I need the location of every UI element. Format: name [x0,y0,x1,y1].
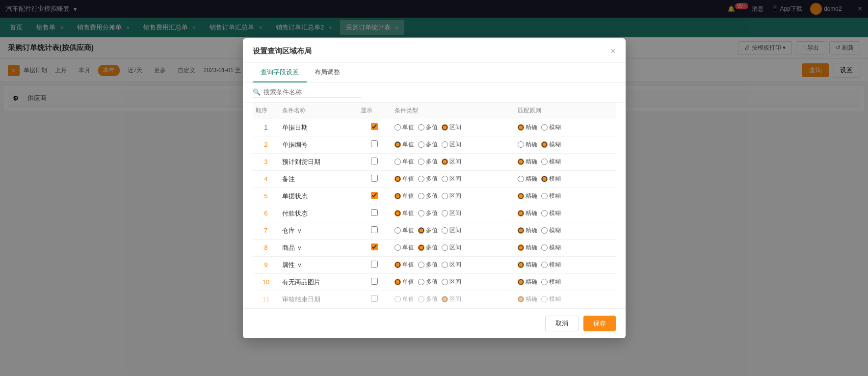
type-radio-item[interactable]: 多值 [418,192,438,200]
type-radio-item[interactable]: 区间 [442,140,461,149]
type-radio-item[interactable]: 单值 [395,140,414,149]
cell-display[interactable] [358,222,392,239]
type-radio-item[interactable]: 单值 [395,278,414,286]
match-radio-item[interactable]: 精确 [518,158,537,166]
match-radio-item[interactable]: 精确 [518,261,537,269]
display-checkbox[interactable] [371,123,378,130]
type-radio-item[interactable]: 多值 [418,209,438,217]
display-checkbox[interactable] [371,209,378,216]
type-radio-item[interactable]: 区间 [442,243,461,252]
type-radio-item[interactable]: 单值 [395,192,414,200]
type-radio-item[interactable]: 区间 [442,261,461,269]
cell-display[interactable] [358,273,392,291]
cell-display[interactable] [358,119,392,136]
cell-display[interactable] [358,239,392,256]
cell-display[interactable] [358,170,392,188]
match-radio-item[interactable]: 模糊 [541,140,561,149]
cell-name: 预计到货日期 [279,153,358,170]
cell-order: 1 [253,119,280,136]
type-radio-item[interactable]: 单值 [395,226,414,235]
match-radio-item[interactable]: 精确 [518,140,537,149]
type-radio-item[interactable]: 多值 [418,175,438,183]
dialog-footer: 取消 保存 [243,308,626,338]
tab-layout-adjust[interactable]: 布局调整 [307,63,348,82]
cell-display[interactable] [358,153,392,170]
type-radio-item[interactable]: 单值 [395,261,414,269]
type-radio-item[interactable]: 单值 [395,209,414,217]
type-radio-item[interactable]: 单值 [395,158,414,166]
type-radio-item[interactable]: 区间 [442,278,461,286]
match-radio-item[interactable]: 精确 [518,192,537,200]
cell-display[interactable] [358,291,392,308]
cell-type: 单值多值区间 [392,256,515,273]
match-radio-item[interactable]: 精确 [518,123,537,132]
match-radio-item[interactable]: 模糊 [541,209,561,217]
display-checkbox[interactable] [371,261,378,268]
type-radio-item[interactable]: 多值 [418,261,438,269]
type-radio-item[interactable]: 单值 [395,123,414,132]
type-radio-item[interactable]: 区间 [442,209,461,217]
th-match: 匹配原则 [515,103,616,119]
match-radio-item[interactable]: 模糊 [541,123,561,132]
match-radio-item[interactable]: 精确 [518,226,537,235]
cell-order: 11 [253,291,280,308]
table-row: 2单据编号单值多值区间精确模糊 [253,136,616,153]
cancel-button[interactable]: 取消 [545,316,579,331]
type-radio-item[interactable]: 多值 [418,140,438,149]
cell-match: 精确模糊 [515,273,616,291]
table-row: 5单据状态单值多值区间精确模糊 [253,188,616,205]
type-radio-item[interactable]: 多值 [418,226,438,235]
match-radio-item[interactable]: 模糊 [541,278,561,286]
cell-order: 5 [253,188,280,205]
save-button[interactable]: 保存 [583,316,616,331]
match-radio-item[interactable]: 模糊 [541,261,561,269]
type-radio-item[interactable]: 多值 [418,243,438,252]
type-radio-item[interactable]: 区间 [442,295,461,303]
match-radio-item[interactable]: 模糊 [541,295,561,303]
type-radio-item[interactable]: 单值 [395,175,414,183]
display-checkbox[interactable] [371,192,378,199]
cell-display[interactable] [358,256,392,273]
type-radio-item[interactable]: 单值 [395,295,414,303]
display-checkbox[interactable] [371,140,378,147]
display-checkbox[interactable] [371,158,378,164]
match-radio-item[interactable]: 精确 [518,295,537,303]
match-radio-item[interactable]: 精确 [518,278,537,286]
cell-display[interactable] [358,205,392,222]
display-checkbox[interactable] [371,278,378,285]
type-radio-item[interactable]: 区间 [442,175,461,183]
type-radio-item[interactable]: 区间 [442,192,461,200]
match-radio-item[interactable]: 精确 [518,175,537,183]
type-radio-item[interactable]: 区间 [442,123,461,132]
type-radio-item[interactable]: 多值 [418,123,438,132]
cell-display[interactable] [358,188,392,205]
cell-type: 单值多值区间 [392,222,515,239]
match-radio-item[interactable]: 精确 [518,209,537,217]
display-checkbox[interactable] [371,175,378,182]
match-radio-item[interactable]: 模糊 [541,175,561,183]
display-checkbox[interactable] [371,243,378,250]
cell-type: 单值多值区间 [392,136,515,153]
tab-query-fields[interactable]: 查询字段设置 [253,63,307,82]
type-radio-item[interactable]: 区间 [442,158,461,166]
type-radio-item[interactable]: 多值 [418,278,438,286]
display-checkbox[interactable] [371,226,378,233]
type-radio-item[interactable]: 多值 [418,295,438,303]
cell-display[interactable] [358,136,392,153]
match-radio-item[interactable]: 精确 [518,243,537,252]
match-radio-item[interactable]: 模糊 [541,243,561,252]
type-radio-item[interactable]: 单值 [395,243,414,252]
match-radio-item[interactable]: 模糊 [541,158,561,166]
dialog-close-button[interactable]: × [610,46,616,56]
search-input[interactable] [263,88,362,96]
cell-name: 有无商品图片 [279,273,358,291]
match-radio-item[interactable]: 模糊 [541,192,561,200]
type-radio-item[interactable]: 区间 [442,226,461,235]
display-checkbox[interactable] [371,295,378,302]
type-radio-item[interactable]: 多值 [418,158,438,166]
cell-match: 精确模糊 [515,291,616,308]
table-row: 11审核结束日期单值多值区间精确模糊 [253,291,616,308]
cell-name: 属性 ∨ [279,256,358,273]
match-radio-item[interactable]: 模糊 [541,226,561,235]
cell-order: 4 [253,170,280,188]
